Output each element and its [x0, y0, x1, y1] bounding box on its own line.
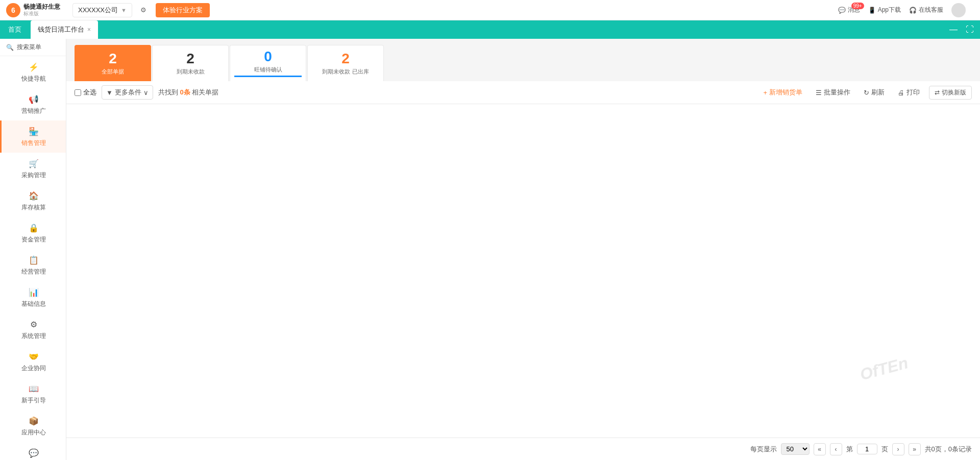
print-icon: 🖨: [898, 89, 904, 96]
sidebar-item-enterprise[interactable]: 🤝 企业协同: [0, 346, 66, 378]
logo-subtitle: 标准版: [23, 11, 60, 17]
first-page-btn[interactable]: «: [814, 443, 826, 455]
switch-label: 切换新版: [942, 88, 966, 97]
batch-icon: ☰: [816, 89, 822, 96]
settings-icon[interactable]: ⚙: [136, 3, 151, 17]
batch-label: 批量操作: [824, 88, 850, 97]
toolbar: 全选 ▼ 更多条件 ∨ 共找到 0条 相关单据 + 新增销货单: [66, 81, 980, 104]
new-sale-btn[interactable]: + 新增销货单: [759, 86, 806, 99]
filter-icon: ▼: [106, 89, 113, 96]
avatar[interactable]: [951, 3, 966, 17]
sidebar-item-business[interactable]: 📋 经营管理: [0, 249, 66, 281]
found-text: 共找到 0条 相关单据: [158, 88, 218, 97]
app-download-label: App下载: [878, 6, 901, 14]
online-service-label: 在线客服: [919, 6, 943, 14]
tab-bar-right: — ⛶: [947, 23, 980, 36]
tab-home[interactable]: 首页: [0, 20, 30, 39]
sidebar-label-system: 系统管理: [21, 332, 46, 341]
stat-label-overdue-out: 到期未收款 已出库: [322, 68, 369, 76]
search-label: 搜索菜单: [17, 43, 41, 52]
wechat-icon: 💬: [28, 447, 39, 458]
logo-icon: 6: [6, 3, 20, 17]
sidebar: 🔍 搜索菜单 ⚡ 快捷导航 📢 营销推广 🏪 销售管理 🛒 采购管理 🏠 库存核…: [0, 39, 66, 460]
total-info: 共0页，0条记录: [925, 445, 972, 454]
di-word: 第: [846, 445, 853, 454]
toolbar-left: 全选 ▼ 更多条件 ∨ 共找到 0条 相关单据: [75, 85, 218, 100]
next-page-btn[interactable]: ›: [892, 443, 904, 455]
sidebar-label-basic-info: 基础信息: [21, 300, 46, 308]
quick-nav-icon: ⚡: [28, 61, 39, 72]
select-all-label: 全选: [83, 88, 96, 97]
batch-btn[interactable]: ☰ 批量操作: [812, 86, 854, 99]
sidebar-item-guide[interactable]: 📖 新手引导: [0, 378, 66, 410]
stats-tabs: 2 全部单据 2 到期未收款 0 旺铺待确认 2 到期未收款 已出库: [66, 39, 980, 81]
sidebar-item-inventory[interactable]: 🏠 库存核算: [0, 185, 66, 217]
found-prefix: 共找到: [158, 88, 178, 96]
tab-maximize-icon[interactable]: ⛶: [964, 23, 976, 36]
stat-num-overdue: 2: [186, 52, 194, 66]
basic-info-icon: 📊: [28, 286, 39, 298]
switch-new-btn[interactable]: ⇄ 切换新版: [929, 86, 972, 100]
print-btn[interactable]: 🖨 打印: [894, 86, 924, 99]
tab-minimize-icon[interactable]: —: [947, 23, 960, 36]
stat-tab-overdue-out[interactable]: 2 到期未收款 已出库: [307, 45, 384, 81]
messages-item[interactable]: 💬 消息 99+: [838, 6, 860, 14]
stat-tab-overdue[interactable]: 2 到期未收款: [152, 45, 229, 81]
company-selector[interactable]: XXXXXX公司 ▼: [72, 3, 132, 17]
business-icon: 📋: [28, 254, 39, 265]
stat-tab-all[interactable]: 2 全部单据: [75, 45, 151, 81]
tab-active-label: 钱货日清工作台: [38, 25, 84, 34]
tab-active[interactable]: 钱货日清工作台 ×: [31, 20, 98, 39]
main-layout: 🔍 搜索菜单 ⚡ 快捷导航 📢 营销推广 🏪 销售管理 🛒 采购管理 🏠 库存核…: [0, 39, 980, 460]
filter-button[interactable]: ▼ 更多条件 ∨: [102, 85, 153, 100]
new-sale-icon: +: [763, 89, 767, 96]
sidebar-item-purchase[interactable]: 🛒 采购管理: [0, 153, 66, 185]
sidebar-item-funds[interactable]: 🔒 资金管理: [0, 217, 66, 249]
page-number-input[interactable]: [857, 444, 877, 454]
sidebar-label-sales: 销售管理: [21, 139, 46, 148]
sidebar-item-system[interactable]: ⚙ 系统管理: [0, 313, 66, 346]
marketing-icon: 📢: [28, 93, 39, 105]
sidebar-item-app-center[interactable]: 📦 应用中心: [0, 410, 66, 442]
search-icon: 🔍: [6, 44, 14, 51]
stat-label-all: 全部单据: [102, 68, 124, 76]
refresh-icon: ↻: [864, 89, 869, 96]
refresh-btn[interactable]: ↻ 刷新: [860, 86, 889, 99]
sidebar-search[interactable]: 🔍 搜索菜单: [0, 39, 66, 56]
app-download-item[interactable]: 📱 App下载: [868, 6, 901, 14]
enterprise-icon: 🤝: [28, 351, 39, 362]
funds-icon: 🔒: [28, 222, 39, 233]
select-all-checkbox[interactable]: 全选: [75, 88, 96, 97]
select-all-input[interactable]: [75, 89, 81, 96]
sidebar-item-marketing[interactable]: 📢 营销推广: [0, 88, 66, 120]
guide-icon: 📖: [28, 383, 39, 394]
sidebar-label-marketing: 营销推广: [21, 107, 46, 115]
sidebar-item-wechat[interactable]: 💬 企业微信: [0, 442, 66, 460]
last-page-btn[interactable]: »: [909, 443, 921, 455]
filter-label: 更多条件: [115, 88, 141, 97]
switch-icon: ⇄: [935, 89, 940, 96]
tab-bar: 首页 钱货日清工作台 × — ⛶: [0, 20, 980, 39]
company-dropdown-arrow: ▼: [121, 7, 127, 13]
prev-page-btn[interactable]: ‹: [830, 443, 842, 455]
online-service-item[interactable]: 🎧 在线客服: [909, 6, 943, 14]
sidebar-label-enterprise: 企业协同: [21, 364, 46, 373]
tab-close-icon[interactable]: ×: [87, 26, 91, 33]
stat-tab-pending[interactable]: 0 旺铺待确认: [230, 45, 306, 81]
page-size-select[interactable]: 50 20 100: [781, 443, 810, 455]
filter-dropdown-icon: ∨: [143, 89, 149, 96]
sidebar-item-quick-nav[interactable]: ⚡ 快捷导航: [0, 56, 66, 88]
inventory-icon: 🏠: [28, 190, 39, 201]
sidebar-item-sales[interactable]: 🏪 销售管理: [0, 120, 66, 153]
trial-button[interactable]: 体验行业方案: [156, 3, 210, 17]
stat-tab-underline: [234, 76, 302, 77]
sidebar-item-basic-info[interactable]: 📊 基础信息: [0, 281, 66, 313]
table-area: [66, 104, 980, 438]
page-size-label: 每页显示: [750, 445, 777, 454]
message-icon: 💬: [838, 7, 846, 14]
system-icon: ⚙: [28, 319, 39, 330]
toolbar-right: + 新增销货单 ☰ 批量操作 ↻ 刷新 🖨 打印 ⇄ 切换新版: [759, 86, 972, 100]
sidebar-label-inventory: 库存核算: [21, 203, 46, 212]
message-badge: 99+: [851, 3, 864, 9]
sidebar-label-funds: 资金管理: [21, 235, 46, 244]
